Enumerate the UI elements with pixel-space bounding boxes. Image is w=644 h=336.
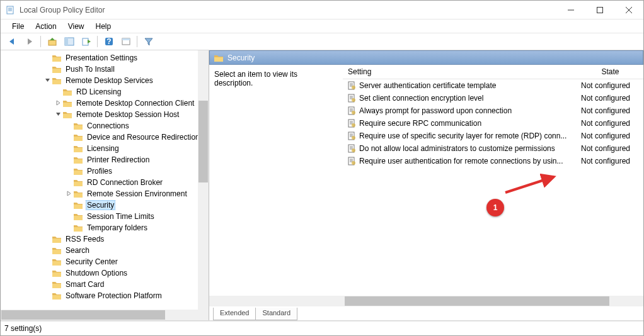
- policy-icon: [347, 118, 357, 128]
- tree-node-label: Search: [64, 246, 91, 255]
- tree-node[interactable]: Session Time Limits: [1, 211, 201, 222]
- svg-point-30: [352, 111, 355, 115]
- show-hide-tree-button[interactable]: [62, 35, 76, 48]
- tree-node[interactable]: Remote Desktop Session Host: [1, 109, 201, 120]
- tree-node[interactable]: Search: [1, 245, 201, 256]
- detail-header-title: Security: [227, 53, 255, 62]
- tree-node-label: Remote Desktop Services: [64, 76, 154, 85]
- description-text: Select an item to view its description.: [214, 70, 297, 87]
- back-button[interactable]: [5, 35, 20, 48]
- tree-node[interactable]: Connections: [1, 120, 201, 132]
- setting-state: Not configured: [578, 94, 643, 103]
- tree-node-label: Licensing: [86, 144, 120, 153]
- tree-node[interactable]: Device and Resource Redirection: [1, 132, 201, 143]
- tree-node-label: Remote Desktop Connection Client: [75, 99, 195, 108]
- tree-node[interactable]: Security: [1, 199, 201, 211]
- tab-extended[interactable]: Extended: [213, 308, 256, 320]
- setting-row[interactable]: Require use of specific security layer f…: [343, 130, 643, 142]
- setting-row[interactable]: Always prompt for password upon connecti…: [343, 104, 643, 117]
- folder-icon: [73, 189, 83, 198]
- setting-row[interactable]: Do not allow local administrators to cus…: [343, 142, 643, 155]
- tree-node-label: RD Licensing: [75, 87, 122, 96]
- tree-node-label: Software Protection Platform: [64, 291, 163, 300]
- filter-button[interactable]: [141, 35, 156, 48]
- tree-node[interactable]: Shutdown Options: [1, 267, 201, 279]
- forward-button[interactable]: [22, 35, 37, 48]
- setting-name: Do not allow local administrators to cus…: [359, 144, 578, 153]
- tree-node[interactable]: Temporary folders: [1, 222, 201, 233]
- tree-node[interactable]: Printer Redirection: [1, 154, 201, 165]
- tree-node[interactable]: Remote Desktop Services: [1, 75, 201, 86]
- maximize-button[interactable]: [585, 1, 614, 20]
- folder-icon: [52, 76, 62, 85]
- menu-file[interactable]: File: [7, 21, 29, 32]
- folder-icon: [62, 110, 72, 119]
- tree-node[interactable]: Profiles: [1, 165, 201, 177]
- svg-point-35: [352, 123, 355, 127]
- column-setting[interactable]: Setting: [343, 65, 577, 79]
- minimize-button[interactable]: [556, 1, 585, 20]
- tree-node[interactable]: Remote Session Environment: [1, 188, 201, 199]
- expander-icon[interactable]: [43, 77, 52, 84]
- tree-horizontal-scrollbar[interactable]: [1, 310, 198, 320]
- detail-panel: Security Select an item to view its desc…: [209, 50, 643, 320]
- svg-rect-8: [49, 40, 56, 45]
- expander-icon[interactable]: [54, 100, 62, 107]
- policy-icon: [347, 131, 357, 141]
- up-button[interactable]: [45, 35, 59, 48]
- toolbar: ?: [1, 33, 643, 50]
- menu-view[interactable]: View: [63, 21, 89, 32]
- tree-node[interactable]: Licensing: [1, 143, 201, 154]
- tab-standard[interactable]: Standard: [255, 308, 297, 320]
- folder-icon: [73, 144, 83, 153]
- setting-row[interactable]: Server authentication certificate templa…: [343, 79, 643, 92]
- svg-text:?: ?: [106, 37, 111, 46]
- setting-state: Not configured: [578, 81, 643, 90]
- expander-icon[interactable]: [65, 191, 73, 198]
- status-text: 7 setting(s): [4, 324, 42, 333]
- close-button[interactable]: [614, 1, 643, 20]
- tree-node[interactable]: Smart Card: [1, 279, 201, 290]
- tree-node[interactable]: RSS Feeds: [1, 233, 201, 245]
- menu-help[interactable]: Help: [91, 21, 117, 32]
- tree-node[interactable]: Presentation Settings: [1, 52, 201, 64]
- tree-node-label: Device and Resource Redirection: [86, 133, 201, 142]
- tree-node[interactable]: Remote Desktop Connection Client: [1, 98, 201, 109]
- tree-node[interactable]: RD Connection Broker: [1, 177, 201, 188]
- tree-node-label: Presentation Settings: [64, 53, 139, 62]
- tree-node-label: Security: [86, 200, 115, 210]
- tree-node-label: Connections: [86, 121, 130, 130]
- folder-icon: [73, 155, 83, 164]
- folder-icon: [62, 87, 72, 96]
- tree-node[interactable]: Software Protection Platform: [1, 290, 201, 301]
- setting-row[interactable]: Set client connection encryption levelNo…: [343, 92, 643, 104]
- tree-node-label: Profiles: [86, 167, 113, 176]
- tree-node-label: Shutdown Options: [64, 269, 129, 277]
- tree-vertical-scrollbar[interactable]: [198, 50, 209, 320]
- folder-icon: [214, 53, 224, 62]
- menu-action[interactable]: Action: [30, 21, 61, 32]
- status-bar: 7 setting(s): [1, 321, 643, 335]
- setting-row[interactable]: Require user authentication for remote c…: [343, 155, 643, 167]
- column-state[interactable]: State: [577, 65, 643, 79]
- folder-icon: [52, 65, 62, 74]
- tree-node-label: Remote Desktop Session Host: [75, 110, 180, 119]
- app-icon: [6, 5, 16, 15]
- setting-name: Require secure RPC communication: [359, 119, 578, 128]
- tree-node[interactable]: Security Center: [1, 256, 201, 267]
- properties-button[interactable]: [118, 35, 133, 48]
- detail-tabs: Extended Standard: [209, 306, 643, 320]
- setting-row[interactable]: Require secure RPC communicationNot conf…: [343, 117, 643, 130]
- export-button[interactable]: [79, 35, 93, 48]
- expander-icon[interactable]: [54, 111, 62, 118]
- folder-icon: [52, 269, 62, 277]
- tree-node[interactable]: RD Licensing: [1, 86, 201, 98]
- folder-icon: [52, 257, 62, 266]
- tree-node-label: Remote Session Environment: [86, 189, 188, 198]
- folder-icon: [73, 133, 83, 142]
- help-button[interactable]: ?: [101, 35, 116, 48]
- detail-horizontal-scrollbar[interactable]: [209, 296, 643, 306]
- svg-rect-15: [122, 38, 130, 40]
- setting-state: Not configured: [578, 106, 643, 115]
- tree-node[interactable]: Push To Install: [1, 64, 201, 75]
